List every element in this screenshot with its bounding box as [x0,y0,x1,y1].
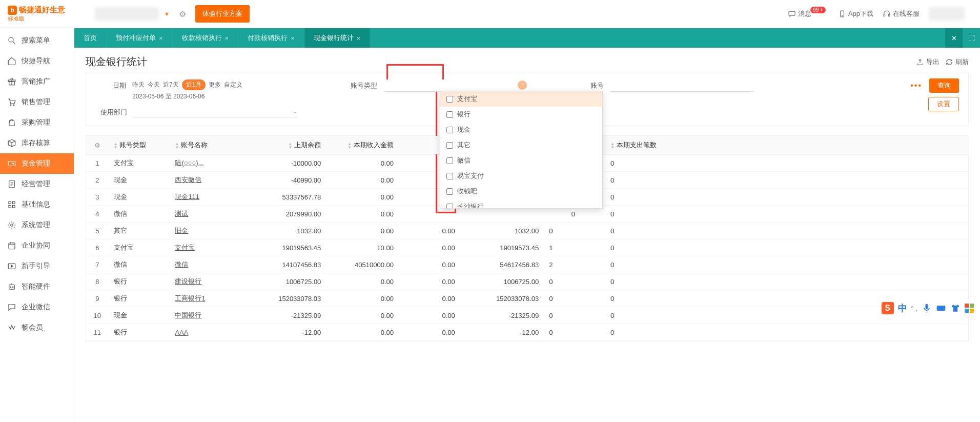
sidebar-item-10[interactable]: 企业协同 [0,235,74,256]
sidebar-item-8[interactable]: 基础信息 [0,194,74,215]
date-opt[interactable]: 近7天 [163,81,179,89]
keyboard-icon[interactable] [936,303,946,313]
more-filters-icon[interactable]: ••• [910,81,922,90]
fullscreen-button[interactable]: ⛶ [963,28,980,48]
acct-name-link[interactable]: 建设银行 [175,277,201,285]
dropdown-item[interactable]: 易宝支付 [440,168,602,184]
dropdown-item[interactable]: 长沙银行 [440,199,602,208]
user-avatar-blurred[interactable] [929,7,965,21]
acct-type-expand-icon[interactable]: ˄ [518,81,527,90]
ime-lang-label[interactable]: 中 [898,302,907,314]
sort-icon[interactable]: ▲▼ [175,142,179,149]
date-opt[interactable]: 今天 [148,81,160,89]
settings-button[interactable]: 设置 [928,97,959,111]
dept-select[interactable]: ⌄ [133,106,297,117]
dropdown-checkbox[interactable] [446,96,453,103]
sort-icon[interactable]: ▲▼ [114,142,118,149]
close-icon[interactable]: × [225,34,229,42]
cell-income: 40510000.00 [326,256,399,273]
dropdown-checkbox[interactable] [446,157,453,164]
dropdown-item[interactable]: 银行 [440,107,602,122]
acct-name-link[interactable]: 支付宝 [175,244,195,251]
sidebar-item-4[interactable]: 采购管理 [0,112,74,133]
dropdown-checkbox[interactable] [446,111,453,118]
sidebar-item-3[interactable]: 销售管理 [0,92,74,112]
search-button[interactable]: 查询 [929,78,959,93]
apps-icon[interactable] [965,304,974,313]
dropdown-checkbox[interactable] [446,142,453,149]
sidebar-item-12[interactable]: 智能硬件 [0,276,74,297]
shirt-icon[interactable] [950,303,961,313]
sidebar-item-6[interactable]: 资金管理 [0,153,74,174]
close-icon[interactable]: × [159,34,163,42]
acct-name-link[interactable]: 旧金 [175,227,188,234]
sidebar-item-11[interactable]: 新手引导 [0,256,74,276]
ime-punct-icon[interactable]: ° , [911,305,917,312]
acct-type-input[interactable] [383,79,527,92]
sort-icon[interactable]: ▲▼ [348,142,352,149]
acct-name-link[interactable]: 西安微信 [175,176,201,184]
dropdown-checkbox[interactable] [446,188,453,195]
ime-toolbar[interactable]: S 中 ° , [882,302,974,314]
dropdown-checkbox[interactable] [446,127,453,133]
dropdown-item[interactable]: 收钱吧 [440,184,602,199]
acct-input[interactable] [610,79,753,92]
dropdown-item[interactable]: 其它 [440,137,602,153]
sidebar-item-1[interactable]: 快捷导航 [0,51,74,71]
sort-icon[interactable]: ▲▼ [288,142,292,149]
acct-name-link[interactable]: 工商银行1 [175,294,205,302]
cell-cnt [566,223,605,239]
acct-name-link[interactable]: 测试 [175,210,188,217]
tab-2[interactable]: 收款核销执行× [173,28,239,48]
acct-name-link[interactable]: 现金111 [175,193,199,200]
sidebar-item-5[interactable]: 库存核算 [0,133,74,153]
app-download-link[interactable]: App下载 [838,9,873,18]
dropdown-item[interactable]: 现金 [440,122,602,137]
sidebar-item-9[interactable]: 系统管理 [0,215,74,235]
export-button[interactable]: 导出 [916,57,940,67]
sidebar-item-0[interactable]: 搜索菜单 [0,30,74,51]
sort-icon[interactable]: ▲▼ [610,142,615,149]
dropdown-checkbox[interactable] [446,204,453,209]
cell-type: 其它 [109,223,170,239]
messages-link[interactable]: 消息 99 + [788,9,829,18]
tab-0[interactable]: 首页 [74,28,107,48]
date-options: 昨天今天近7天近1月更多自定义 [132,79,242,90]
date-opt-active[interactable]: 近1月 [182,79,206,90]
dropdown-item-label: 银行 [457,110,471,119]
company-selector[interactable]: ▼ ⚙ 体验行业方案 [95,5,250,23]
dropdown-item[interactable]: 微信 [440,153,602,168]
sidebar-item-2[interactable]: 营销推广 [0,71,74,92]
tab-4[interactable]: 现金银行统计× [304,28,371,48]
table-header[interactable]: ▲▼账号名称 [170,136,253,155]
date-opt[interactable]: 自定义 [224,81,242,89]
date-opt[interactable]: 昨天 [132,81,145,89]
sidebar-item-7[interactable]: 经营管理 [0,174,74,194]
date-opt[interactable]: 更多 [209,81,221,89]
table-header[interactable]: ▲▼账号类型 [109,136,170,155]
table-header[interactable]: ▲▼上期余额 [254,136,326,155]
cell-out: 0 [605,273,968,290]
acct-name-link[interactable]: AAA [175,329,188,336]
acct-name-link[interactable]: 微信 [175,260,188,268]
refresh-button[interactable]: 刷新 [946,57,969,67]
tab-3[interactable]: 付款核销执行× [238,28,304,48]
dropdown-item[interactable]: 支付宝 [440,91,602,107]
acct-name-link[interactable]: 中国银行 [175,311,201,319]
close-tab-button[interactable]: ✕ [945,28,963,48]
sidebar-item-14[interactable]: 畅会员 [0,317,74,338]
sidebar-item-13[interactable]: 企业微信 [0,297,74,317]
acct-name-link[interactable]: 陆(○○○)... [175,159,203,167]
try-industry-button[interactable]: 体验行业方案 [195,5,250,23]
sogou-icon[interactable]: S [882,302,894,314]
gear-icon[interactable]: ⚙ [179,9,186,19]
table-settings-header[interactable]: ⚙ [86,136,109,155]
table-header[interactable]: ▲▼本期收入金额 [326,136,399,155]
close-icon[interactable]: × [291,34,295,42]
dropdown-checkbox[interactable] [446,173,453,179]
mic-icon[interactable] [922,303,932,313]
online-service-link[interactable]: 在线客服 [883,9,920,18]
close-icon[interactable]: × [357,34,361,42]
tab-1[interactable]: 预付冲应付单× [107,28,173,48]
table-header[interactable]: ▲▼本期支出笔数 [605,136,968,155]
